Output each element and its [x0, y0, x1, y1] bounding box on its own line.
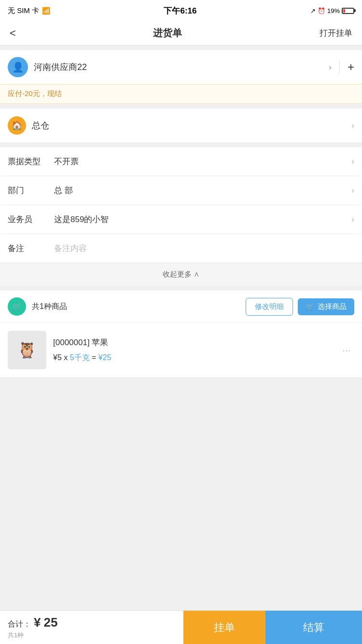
collapse-more-button[interactable]: 收起更多 ∧ [0, 263, 362, 286]
product-quantity: 5千克 [70, 353, 90, 362]
total-label: 合计： [8, 619, 31, 630]
user-icon: 👤 [12, 61, 24, 73]
price-unit: ¥5 [53, 353, 62, 362]
balance-notice: 应付-20元，现结 [0, 84, 362, 104]
product-owl-icon: 🦉 [17, 341, 37, 359]
add-supplier-button[interactable]: + [348, 60, 354, 74]
equals-symbol: = [92, 353, 98, 362]
multiply-symbol: x [64, 353, 70, 362]
supplier-chevron-icon: › [329, 62, 332, 72]
status-right: ↗ ⏰ 19% [310, 7, 354, 14]
bottom-spacer [0, 377, 362, 416]
invoice-type-chevron-icon: › [351, 156, 354, 167]
status-left: 无 SIM 卡 📶 [8, 6, 50, 15]
location-icon: ↗ [310, 7, 316, 14]
warehouse-row[interactable]: 🏠 总仓 › [0, 109, 362, 142]
section-gap-3 [0, 142, 362, 147]
section-gap-2 [0, 104, 362, 109]
salesperson-chevron-icon: › [351, 214, 354, 224]
product-item: 🦉 [0000001] 苹果 ¥5 x 5千克 = ¥25 ··· [0, 322, 362, 377]
supplier-name: 河南供应商22 [34, 61, 329, 73]
hang-button[interactable]: 挂单 [183, 611, 265, 644]
carrier-text: 无 SIM 卡 [8, 6, 39, 15]
product-code: [0000001] [53, 338, 90, 347]
bottom-bar: 合计： ¥ 25 共1种 挂单 结算 [0, 610, 362, 644]
checkout-button[interactable]: 结算 [265, 611, 362, 644]
wifi-icon: 📶 [42, 7, 50, 14]
department-label: 部门 [8, 185, 46, 196]
product-more-button[interactable]: ··· [338, 341, 354, 360]
products-header: 🛒 共1种商品 修改明细 🛒 选择商品 [0, 291, 362, 322]
products-icon: 🛒 [8, 297, 26, 316]
nav-bar: < 进货单 打开挂单 [0, 21, 362, 45]
salesperson-row[interactable]: 业务员 这是859的小智 › [0, 205, 362, 234]
invoice-type-row[interactable]: 票据类型 不开票 › [0, 147, 362, 176]
invoice-type-label: 票据类型 [8, 156, 46, 167]
supplier-row[interactable]: 👤 河南供应商22 › + [0, 50, 362, 84]
remark-row[interactable]: 备注 备注内容 [0, 234, 362, 263]
select-product-label: 选择商品 [318, 302, 347, 311]
salesperson-label: 业务员 [8, 214, 46, 225]
total-count: 共1种 [8, 631, 176, 640]
edit-detail-button[interactable]: 修改明细 [246, 298, 293, 316]
section-gap-1 [0, 45, 362, 50]
product-total: ¥25 [98, 353, 111, 362]
department-row[interactable]: 部门 总 部 › [0, 176, 362, 205]
battery-percent: 19% [327, 7, 340, 14]
status-bar: 无 SIM 卡 📶 下午6:16 ↗ ⏰ 19% [0, 0, 362, 21]
supplier-avatar: 👤 [8, 57, 28, 77]
remark-label: 备注 [8, 243, 46, 254]
product-title: 苹果 [92, 338, 108, 347]
balance-text: 应付-20元，现结 [8, 89, 62, 98]
total-section: 合计： ¥ 25 共1种 [0, 615, 183, 640]
product-price: ¥5 x 5千克 = ¥25 [53, 353, 338, 363]
product-thumbnail: 🦉 [8, 331, 46, 369]
warehouse-icon: 🏠 [8, 116, 26, 135]
select-product-button[interactable]: 🛒 选择商品 [298, 298, 354, 315]
status-time: 下午6:16 [164, 5, 196, 16]
department-chevron-icon: › [351, 185, 354, 196]
bag-icon: 🛒 [12, 302, 22, 311]
supplier-divider [339, 60, 340, 74]
products-count: 共1种商品 [32, 302, 246, 312]
back-button[interactable]: < [10, 27, 16, 40]
total-line: 合计： ¥ 25 [8, 615, 176, 630]
warehouse-name: 总仓 [32, 120, 351, 131]
total-symbol: ¥ [34, 615, 41, 630]
home-icon: 🏠 [12, 120, 22, 131]
total-amount: 25 [43, 615, 57, 630]
battery-icon [342, 8, 354, 14]
product-name: [0000001] 苹果 [53, 337, 338, 348]
product-info: [0000001] 苹果 ¥5 x 5千克 = ¥25 [53, 337, 338, 363]
salesperson-value: 这是859的小智 [54, 214, 351, 225]
page-title: 进货单 [153, 27, 182, 40]
department-value: 总 部 [54, 185, 351, 196]
alarm-icon: ⏰ [318, 7, 325, 14]
invoice-type-value: 不开票 [54, 156, 351, 167]
remark-value[interactable]: 备注内容 [54, 243, 354, 254]
warehouse-chevron-icon: › [351, 121, 354, 131]
battery-fill [343, 9, 345, 13]
cart-icon: 🛒 [306, 302, 315, 311]
open-hang-button[interactable]: 打开挂单 [320, 28, 352, 39]
